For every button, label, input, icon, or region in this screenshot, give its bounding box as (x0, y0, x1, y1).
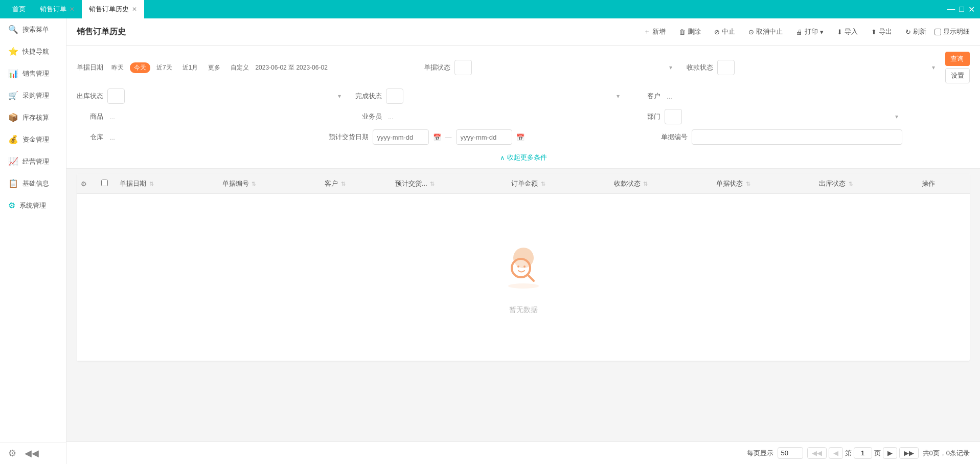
sidebar-item-sales-mgmt[interactable]: 📊 销售管理 (0, 62, 66, 84)
tab-sales-order-close[interactable]: ✕ (70, 6, 75, 13)
export-icon: ⬆ (871, 28, 877, 36)
prev-page-btn[interactable]: ◀ (829, 447, 843, 459)
complete-status-select[interactable] (386, 89, 403, 104)
cancel-stop-button[interactable]: ⊙ 取消中止 (743, 25, 788, 39)
date-btn-1month[interactable]: 近1月 (178, 62, 202, 73)
th-settings: ⚙ (77, 174, 97, 194)
tab-sales-order-label: 销售订单 (40, 5, 66, 14)
page-size-wrap: 50 100 200 (778, 447, 803, 459)
import-button[interactable]: ⬇ 导入 (832, 25, 863, 39)
expected-date-from[interactable] (373, 129, 429, 145)
sort-bill-no-icon[interactable]: ⇅ (252, 181, 256, 187)
sidebar-item-search-menu[interactable]: 🔍 搜索菜单 (0, 18, 66, 40)
sort-customer-icon[interactable]: ⇅ (341, 181, 346, 187)
sort-payment-status-icon[interactable]: ⇅ (643, 181, 648, 187)
query-button[interactable]: 查询 (945, 52, 970, 66)
sidebar-item-search-label: 搜索菜单 (22, 25, 49, 34)
close-btn[interactable]: ✕ (968, 5, 975, 14)
sort-out-status-icon[interactable]: ⇅ (849, 181, 853, 187)
payment-status-select-wrap (717, 60, 939, 75)
select-all-checkbox[interactable] (101, 180, 108, 186)
expected-date-to[interactable] (456, 129, 512, 145)
sidebar-item-fund-mgmt[interactable]: 💰 资金管理 (0, 128, 66, 150)
sidebar-item-basic-info[interactable]: 📋 基础信息 (0, 172, 66, 194)
svg-line-3 (528, 275, 534, 281)
import-label: 导入 (845, 27, 858, 36)
th-bill-no: 单据编号 ⇅ (218, 174, 321, 194)
th-bill-date-label: 单据日期 (120, 180, 146, 187)
sidebar-settings-icon[interactable]: ⚙ (8, 448, 16, 459)
bill-no-input[interactable] (692, 129, 903, 145)
next-page-btn[interactable]: ▶ (883, 447, 897, 459)
refresh-button[interactable]: ↻ 刷新 (900, 25, 931, 39)
last-page-btn[interactable]: ▶▶ (899, 447, 919, 459)
date-btn-custom[interactable]: 自定义 (226, 62, 253, 73)
empty-state-cell: 暂无数据 (77, 194, 970, 361)
date-btn-more[interactable]: 更多 (204, 62, 224, 73)
sidebar-item-system-mgmt[interactable]: ⚙ 系统管理 (0, 194, 66, 216)
layout: 🔍 搜索菜单 ⭐ 快捷导航 📊 销售管理 🛒 采购管理 📦 库存核算 💰 资金管… (0, 18, 980, 464)
tab-home[interactable]: 首页 (5, 0, 33, 18)
svg-point-0 (508, 283, 539, 289)
collapse-more-btn[interactable]: ∧ 收起更多条件 (77, 150, 970, 162)
sales-mgmt-icon: 📊 (8, 69, 18, 78)
sidebar-item-purchase-mgmt[interactable]: 🛒 采购管理 (0, 84, 66, 106)
filter-area: 单据日期 昨天 今天 近7天 近1月 更多 自定义 2023-06-02 至 2… (66, 46, 980, 169)
out-status-select[interactable] (107, 89, 125, 104)
salesperson-label: 业务员 (355, 112, 386, 121)
stop-button[interactable]: ⊘ 中止 (709, 25, 740, 39)
salesperson-dots[interactable]: ... (386, 113, 396, 121)
table-settings-icon[interactable]: ⚙ (81, 180, 87, 188)
page-size-select[interactable]: 50 100 200 (778, 447, 803, 459)
tab-sales-order[interactable]: 销售订单 ✕ (33, 0, 82, 18)
sidebar-item-operations-mgmt[interactable]: 📈 经营管理 (0, 150, 66, 172)
sort-bill-status-icon[interactable]: ⇅ (746, 181, 750, 187)
warehouse-dots[interactable]: ... (107, 134, 117, 141)
new-icon: ＋ (644, 27, 650, 36)
new-button[interactable]: ＋ 新增 (639, 25, 671, 39)
system-mgmt-icon: ⚙ (8, 201, 15, 210)
calendar-to-icon[interactable]: 📅 (516, 134, 525, 141)
tab-sales-order-history-close[interactable]: ✕ (132, 6, 137, 13)
sidebar-item-quick-nav[interactable]: ⭐ 快捷导航 (0, 40, 66, 62)
page-title: 销售订单历史 (77, 27, 126, 37)
out-status-select-wrap (107, 89, 345, 104)
sidebar-item-inventory-calc[interactable]: 📦 库存核算 (0, 106, 66, 128)
minimize-btn[interactable]: — (947, 5, 955, 14)
filter-row-2: 出库状态 完成状态 客户 (77, 89, 970, 104)
goods-dots[interactable]: ... (107, 113, 117, 121)
date-btn-yesterday[interactable]: 昨天 (107, 62, 128, 73)
maximize-btn[interactable]: □ (959, 5, 964, 14)
expected-date-range: 📅 — 📅 (373, 129, 651, 145)
bill-status-select[interactable] (454, 60, 472, 75)
show-detail-checkbox[interactable] (935, 29, 941, 35)
calendar-from-icon[interactable]: 📅 (433, 134, 441, 141)
department-select[interactable] (665, 109, 682, 124)
search-menu-icon: 🔍 (8, 25, 18, 34)
sort-bill-date-icon[interactable]: ⇅ (149, 181, 154, 187)
complete-status-select-wrap (386, 89, 624, 104)
new-label: 新增 (652, 27, 666, 36)
date-btn-7days[interactable]: 近7天 (152, 62, 176, 73)
customer-dots[interactable]: ... (665, 93, 674, 100)
tab-sales-order-history[interactable]: 销售订单历史 ✕ (82, 0, 144, 18)
page-input[interactable] (854, 447, 872, 459)
sidebar-item-system-label: 系统管理 (19, 201, 46, 210)
show-detail-wrap: 显示明细 (935, 27, 970, 36)
settings-button[interactable]: 设置 (945, 68, 970, 83)
sort-order-amount-icon[interactable]: ⇅ (541, 181, 545, 187)
filter-row-4: 仓库 ... 预计交货日期 📅 — 📅 单据编号 (77, 129, 970, 145)
date-btn-today[interactable]: 今天 (130, 62, 150, 73)
print-button[interactable]: 🖨 打印 ▾ (791, 25, 829, 39)
bill-status-select-wrap (454, 60, 676, 75)
th-bill-date: 单据日期 ⇅ (116, 174, 218, 194)
operations-mgmt-icon: 📈 (8, 157, 18, 166)
first-page-btn[interactable]: ◀◀ (807, 447, 827, 459)
sort-expected-date-icon[interactable]: ⇅ (430, 181, 435, 187)
page-label-prefix: 第 (845, 449, 852, 458)
payment-status-select[interactable] (717, 60, 735, 75)
empty-text: 暂无数据 (509, 305, 538, 315)
sidebar-collapse-icon[interactable]: ◀◀ (25, 448, 39, 459)
export-button[interactable]: ⬆ 导出 (866, 25, 897, 39)
delete-button[interactable]: 🗑 删除 (674, 25, 706, 39)
